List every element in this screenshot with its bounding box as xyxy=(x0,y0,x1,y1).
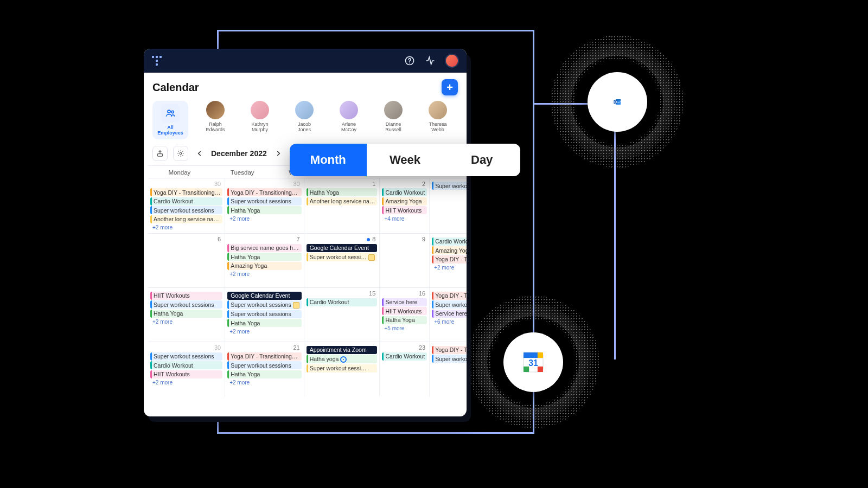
more-events-link[interactable]: +2 more xyxy=(432,264,467,271)
calendar-event[interactable]: Hatha yoga xyxy=(307,355,378,363)
calendar-event[interactable]: HIIT Workouts xyxy=(382,206,427,214)
calendar-event[interactable]: Hatha Yoga xyxy=(382,316,427,324)
more-events-link[interactable]: +2 more xyxy=(227,379,301,386)
calendar-event[interactable]: Yoga DIY - Transitioning… xyxy=(227,188,301,196)
filter-all-employees[interactable]: All Employees xyxy=(152,101,188,139)
calendar-event[interactable]: Yoga DIY - Transitionin xyxy=(432,255,467,264)
calendar-event[interactable]: Super workout sessi… xyxy=(307,253,378,261)
view-tab-day[interactable]: Day xyxy=(443,144,520,176)
calendar-event[interactable]: Super workout sessi… xyxy=(307,364,378,373)
calendar-cell[interactable]: Appointment via ZoomHatha yogaSuper work… xyxy=(304,342,380,397)
calendar-event[interactable]: Google Calendar Event xyxy=(307,244,378,252)
calendar-event[interactable]: HIIT Workouts xyxy=(382,307,427,315)
calendar-cell[interactable]: HIIT WorkoutsSuper workout sessionsHatha… xyxy=(148,287,225,342)
view-tab-week[interactable]: Week xyxy=(367,144,444,176)
calendar-event[interactable]: Super workout sessions xyxy=(150,300,222,309)
calendar-cell[interactable]: 15Cardio Workout xyxy=(304,287,380,342)
calendar-event[interactable]: Hatha Yoga xyxy=(307,188,378,196)
calendar-cell[interactable]: Yoga DIY - TransitioninSuper workout ses… xyxy=(430,342,467,397)
prev-month-button[interactable] xyxy=(194,147,206,159)
calendar-event[interactable]: Cardio Workout xyxy=(382,188,427,196)
calendar-event[interactable]: Super workout sessions xyxy=(150,206,222,214)
add-button[interactable]: + xyxy=(442,79,458,95)
more-events-link[interactable]: +4 more xyxy=(382,215,427,222)
calendar-event[interactable]: Hatha Yoga xyxy=(150,310,222,318)
calendar-cell[interactable]: 30Yoga DIY - Transitioning…Cardio Workou… xyxy=(148,178,225,234)
calendar-event[interactable]: Super workout sessions xyxy=(227,300,301,309)
more-events-link[interactable]: +2 more xyxy=(150,318,222,325)
calendar-cell[interactable]: 8Google Calendar EventSuper workout sess… xyxy=(304,233,380,287)
calendar-cell[interactable]: Google Calendar EventSuper workout sessi… xyxy=(225,287,304,342)
calendar-event[interactable]: Yoga DIY - Transitioning… xyxy=(150,188,222,196)
calendar-event[interactable]: Cardio Workout xyxy=(307,298,378,306)
calendar-cell[interactable]: 16Service hereHIIT WorkoutsHatha Yoga+5 … xyxy=(380,287,430,342)
employee-filter[interactable]: Ralph Edwards xyxy=(198,101,233,139)
cell-date: 6 xyxy=(150,235,222,243)
calendar-event[interactable]: HIIT Workouts xyxy=(150,292,222,300)
calendar-event[interactable]: Super workout session xyxy=(432,300,467,309)
more-events-link[interactable]: +2 more xyxy=(150,379,222,386)
calendar-event[interactable]: Amazing Yoga xyxy=(432,246,467,254)
calendar-event[interactable]: Amazing Yoga xyxy=(227,262,301,270)
calendar-event[interactable]: Super workout sessions xyxy=(227,361,301,369)
more-events-link[interactable]: +2 more xyxy=(227,271,301,278)
calendar-event[interactable]: Cardio Workout xyxy=(382,352,427,361)
employee-filter[interactable]: Theresa Webb xyxy=(420,101,455,139)
integration-outlook xyxy=(575,60,659,144)
calendar-event[interactable]: Service here xyxy=(382,298,427,306)
calendar-event[interactable]: Hatha Yoga xyxy=(227,370,301,378)
calendar-event[interactable]: Hatha Yoga xyxy=(227,206,301,214)
calendar-event[interactable]: Hatha Yoga xyxy=(227,253,301,261)
calendar-cell[interactable]: 21Yoga DIY - Transitioning…Super workout… xyxy=(225,342,304,397)
calendar-cell[interactable]: 2Cardio WorkoutAmazing YogaHIIT Workouts… xyxy=(380,178,430,234)
calendar-cell[interactable]: Cardio WorkoutAmazing YogaYoga DIY - Tra… xyxy=(430,233,467,287)
help-icon[interactable] xyxy=(404,55,416,67)
calendar-event[interactable]: Cardio Workout xyxy=(150,197,222,206)
event-google-calendar[interactable]: Google Calendar Event xyxy=(227,292,301,300)
svg-point-20 xyxy=(180,152,182,155)
calendar-cell[interactable]: 7Big service name goes h…Hatha YogaAmazi… xyxy=(225,233,304,287)
calendar-event[interactable]: Amazing Yoga xyxy=(382,197,427,206)
activity-icon[interactable] xyxy=(424,55,436,67)
more-events-link[interactable]: +2 more xyxy=(150,224,222,231)
more-events-link[interactable]: +6 more xyxy=(432,318,467,325)
calendar-cell[interactable]: 23Cardio Workout xyxy=(380,342,430,397)
calendar-event[interactable]: Yoga DIY - Transitioning… xyxy=(227,352,301,361)
calendar-event[interactable]: Super workout session xyxy=(432,355,467,363)
view-tab-month[interactable]: Month xyxy=(290,144,367,176)
more-events-link[interactable]: +2 more xyxy=(227,215,301,222)
calendar-event[interactable]: Super workout sessions xyxy=(227,197,301,206)
calendar-cell[interactable]: Yoga DIY - TransitioninSuper workout ses… xyxy=(430,287,467,342)
more-events-link[interactable]: +2 more xyxy=(227,328,301,335)
calendar-event[interactable]: Yoga DIY - Transitionin xyxy=(432,292,467,300)
calendar-cell[interactable]: Super workout session xyxy=(430,178,467,234)
calendar-event[interactable]: Yoga DIY - Transitionin xyxy=(432,346,467,354)
export-button[interactable] xyxy=(152,146,168,161)
calendar-event[interactable]: Cardio Workout xyxy=(432,237,467,246)
user-avatar[interactable] xyxy=(445,54,459,68)
calendar-cell[interactable]: 1Hatha YogaAnother long service na… xyxy=(304,178,380,234)
calendar-event[interactable]: Service here xyxy=(432,310,467,318)
calendar-cell[interactable]: 9 xyxy=(380,233,430,287)
employee-filter[interactable]: Arlene McCoy xyxy=(331,101,366,139)
calendar-event[interactable]: Another long service na… xyxy=(150,215,222,223)
employee-filter[interactable]: Kathryn Murphy xyxy=(242,101,277,139)
calendar-event[interactable]: Another long service na… xyxy=(307,197,378,206)
calendar-cell[interactable]: 30Super workout sessionsCardio WorkoutHI… xyxy=(148,342,225,397)
calendar-event[interactable]: Super workout sessions xyxy=(227,310,301,318)
calendar-cell[interactable]: 30Yoga DIY - Transitioning…Super workout… xyxy=(225,178,304,234)
event-appointment[interactable]: Appointment via Zoom xyxy=(307,346,378,354)
employee-filter[interactable]: Jacob Jones xyxy=(287,101,322,139)
calendar-event[interactable]: HIIT Workouts xyxy=(150,370,222,378)
month-label[interactable]: December 2022 xyxy=(211,149,267,158)
calendar-event[interactable]: Hatha Yoga xyxy=(227,319,301,327)
next-month-button[interactable] xyxy=(272,147,284,159)
calendar-event[interactable]: Super workout session xyxy=(432,182,467,190)
calendar-event[interactable]: Big service name goes h… xyxy=(227,244,301,252)
calendar-event[interactable]: Cardio Workout xyxy=(150,361,222,369)
settings-button[interactable] xyxy=(173,146,188,161)
employee-filter[interactable]: Dianne Russell xyxy=(376,101,411,139)
more-events-link[interactable]: +5 more xyxy=(382,325,427,332)
calendar-cell[interactable]: 6 xyxy=(148,233,225,287)
calendar-event[interactable]: Super workout sessions xyxy=(150,352,222,361)
